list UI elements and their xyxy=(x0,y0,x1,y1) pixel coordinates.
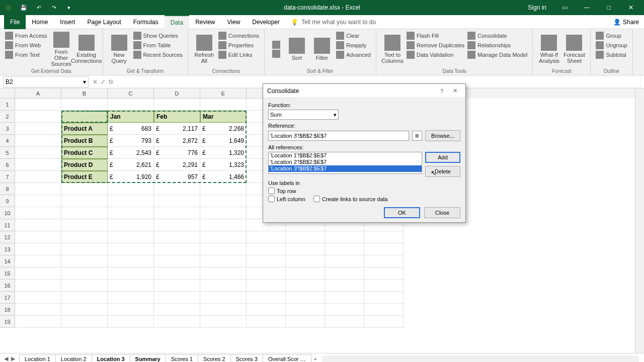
maximize-icon[interactable]: □ xyxy=(599,0,619,15)
connections-button[interactable]: Connections xyxy=(217,31,260,40)
row-header[interactable]: 6 xyxy=(0,159,15,171)
cell[interactable] xyxy=(200,316,247,328)
select-all-corner[interactable] xyxy=(0,88,15,99)
cell[interactable] xyxy=(61,280,108,292)
relationships-button[interactable]: Relationships xyxy=(466,41,528,50)
cell[interactable] xyxy=(61,292,108,304)
new-sheet-button[interactable]: + xyxy=(314,356,317,362)
cell[interactable]: £683 xyxy=(108,123,154,135)
cell[interactable] xyxy=(200,183,247,195)
cell[interactable] xyxy=(364,255,404,267)
tab-data[interactable]: Data xyxy=(165,15,189,29)
cell[interactable] xyxy=(154,255,200,267)
row-header[interactable]: 3 xyxy=(0,123,15,135)
row-header[interactable]: 7 xyxy=(0,171,15,183)
cell[interactable] xyxy=(247,316,286,328)
cell[interactable] xyxy=(108,99,154,111)
cell[interactable] xyxy=(108,231,154,243)
cell[interactable] xyxy=(200,99,247,111)
cell[interactable] xyxy=(61,243,108,255)
cell[interactable] xyxy=(108,316,154,328)
fx-icon[interactable]: fx xyxy=(109,78,113,85)
reapply-button[interactable]: Reapply xyxy=(335,41,372,50)
filter-button[interactable]: Filter xyxy=(310,31,334,67)
cell[interactable] xyxy=(200,304,247,316)
cell[interactable]: £2,543 xyxy=(108,147,154,159)
cell[interactable] xyxy=(325,231,364,243)
row-header[interactable]: 15 xyxy=(0,267,15,280)
row-header[interactable]: 1 xyxy=(0,99,15,111)
cell[interactable] xyxy=(325,304,364,316)
cell[interactable] xyxy=(247,292,286,304)
properties-button[interactable]: Properties xyxy=(217,41,260,50)
cell[interactable] xyxy=(247,280,286,292)
sheet-tab[interactable]: Scores 3 xyxy=(230,354,263,363)
cell[interactable] xyxy=(15,292,61,304)
consolidate-button[interactable]: Consolidate xyxy=(466,31,528,40)
cell[interactable] xyxy=(61,304,108,316)
cell[interactable] xyxy=(61,111,108,123)
cell[interactable]: Product B xyxy=(61,135,108,147)
remove-duplicates-button[interactable]: Remove Duplicates xyxy=(406,41,465,50)
cell[interactable] xyxy=(15,243,61,255)
tab-insert[interactable]: Insert xyxy=(54,15,81,29)
subtotal-button[interactable]: Subtotal xyxy=(595,50,628,59)
cell[interactable] xyxy=(15,255,61,267)
advanced-button[interactable]: Advanced xyxy=(335,50,372,59)
cancel-formula-icon[interactable]: ✕ xyxy=(93,78,98,85)
from-table-button[interactable]: From Table xyxy=(132,41,184,50)
cell[interactable] xyxy=(154,243,200,255)
cell[interactable] xyxy=(154,280,200,292)
cell[interactable] xyxy=(61,207,108,219)
cell[interactable] xyxy=(247,267,286,280)
row-header[interactable]: 19 xyxy=(0,316,15,328)
vertical-scrollbar[interactable] xyxy=(635,88,644,353)
tab-pagelayout[interactable]: Page Layout xyxy=(81,15,127,29)
cell[interactable] xyxy=(108,207,154,219)
row-header[interactable]: 8 xyxy=(0,183,15,195)
cell[interactable]: £776 xyxy=(154,147,200,159)
cell[interactable] xyxy=(325,316,364,328)
col-header[interactable]: D xyxy=(154,88,200,99)
col-header[interactable]: C xyxy=(108,88,154,99)
cell[interactable] xyxy=(154,207,200,219)
cell[interactable] xyxy=(15,304,61,316)
cell[interactable] xyxy=(325,280,364,292)
cell[interactable] xyxy=(15,231,61,243)
close-button[interactable]: Close xyxy=(424,207,460,218)
cell[interactable]: £2,117 xyxy=(154,123,200,135)
col-header[interactable]: A xyxy=(15,88,61,99)
sort-asc-button[interactable] xyxy=(269,31,284,67)
cell[interactable] xyxy=(364,292,404,304)
flash-fill-button[interactable]: Flash Fill xyxy=(406,31,465,40)
list-item[interactable]: 'Location 2'!$B$2:$E$7 xyxy=(269,159,422,165)
tab-formulas[interactable]: Formulas xyxy=(127,15,165,29)
cell[interactable] xyxy=(286,243,325,255)
tab-home[interactable]: Home xyxy=(26,15,54,29)
cell[interactable] xyxy=(247,243,286,255)
cell[interactable] xyxy=(15,207,61,219)
row-header[interactable]: 2 xyxy=(0,111,15,123)
cell[interactable] xyxy=(247,304,286,316)
col-header[interactable]: B xyxy=(61,88,108,99)
cell[interactable] xyxy=(247,231,286,243)
cell[interactable] xyxy=(108,219,154,231)
from-access-button[interactable]: From Access xyxy=(4,31,48,40)
sheet-tab[interactable]: Location 1 xyxy=(19,354,56,363)
cell[interactable] xyxy=(364,316,404,328)
col-header[interactable]: E xyxy=(200,88,247,99)
cell[interactable] xyxy=(154,219,200,231)
row-header[interactable]: 14 xyxy=(0,255,15,267)
cell[interactable]: Mar xyxy=(200,111,247,123)
cell[interactable] xyxy=(154,267,200,280)
cell[interactable] xyxy=(15,280,61,292)
cell[interactable] xyxy=(200,231,247,243)
cell[interactable] xyxy=(154,99,200,111)
cell[interactable]: Product A xyxy=(61,123,108,135)
cell[interactable] xyxy=(154,292,200,304)
save-icon[interactable]: 💾 xyxy=(18,2,29,13)
cell[interactable] xyxy=(15,316,61,328)
from-text-button[interactable]: From Text xyxy=(4,50,48,59)
cell[interactable] xyxy=(200,292,247,304)
cell[interactable] xyxy=(286,231,325,243)
